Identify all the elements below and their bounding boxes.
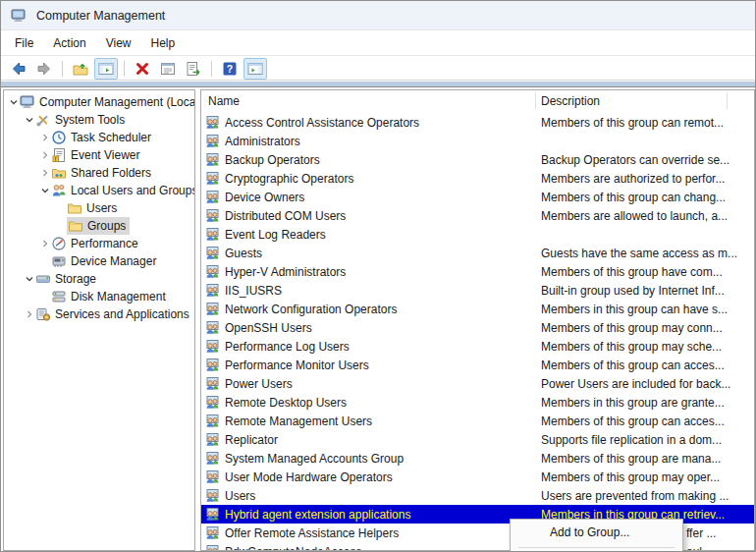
column-divider[interactable]: [535, 92, 536, 109]
computer-icon: [11, 8, 28, 24]
system-tools-icon: [35, 112, 51, 128]
column-divider[interactable]: [727, 92, 728, 109]
group-name: Power Users: [225, 377, 293, 391]
tree-item-label: Computer Management (Local: [39, 95, 195, 109]
tree-item-computer-management-local[interactable]: Computer Management (Local: [4, 93, 194, 111]
group-name: Remote Desktop Users: [225, 396, 347, 410]
list-item-performance-log-users[interactable]: Performance Log UsersMembers of this gro…: [201, 337, 754, 356]
menu-action[interactable]: Action: [43, 32, 95, 54]
group-name: Backup Operators: [225, 153, 320, 167]
list-item-network-configuration-operators[interactable]: Network Configuration OperatorsMembers i…: [201, 300, 754, 318]
up-folder-button[interactable]: [69, 58, 92, 80]
delete-button[interactable]: [131, 58, 154, 80]
menu-help[interactable]: Help: [141, 32, 186, 54]
tree-item-label: Services and Applications: [55, 307, 189, 321]
context-menu: Add to Group...: [510, 519, 683, 552]
tree-item-services-and-applications[interactable]: Services and Applications: [4, 305, 194, 323]
group-icon: [204, 264, 220, 280]
context-menu-item-add-to-group[interactable]: Add to Group...: [511, 520, 682, 545]
chevron-expanded-icon[interactable]: [24, 274, 35, 284]
tree-item-task-scheduler[interactable]: Task Scheduler: [4, 129, 194, 146]
group-description: Members are allowed to launch, a...: [541, 209, 728, 223]
show-console-tree-icon: [97, 60, 115, 78]
tree-item-system-tools[interactable]: System Tools: [4, 111, 194, 129]
group-icon: [204, 134, 220, 149]
toolbar: ?: [1, 57, 755, 81]
performance-icon: [51, 236, 67, 251]
computer-icon: [20, 94, 35, 110]
group-description: Members of this group may conn...: [541, 321, 723, 335]
list-item-administrators[interactable]: Administrators: [201, 132, 754, 150]
group-icon: [204, 469, 220, 485]
list-item-remote-desktop-users[interactable]: Remote Desktop UsersMembers in this grou…: [201, 393, 754, 412]
forward-button[interactable]: [32, 58, 56, 80]
group-name: Replicator: [225, 433, 278, 447]
folder-icon: [67, 200, 82, 216]
tree-item-disk-management[interactable]: Disk Management: [4, 288, 194, 305]
list-item-replicator[interactable]: ReplicatorSupports file replication in a…: [201, 430, 754, 449]
export-list-icon: [185, 60, 202, 78]
tree-item-local-users-and-groups[interactable]: Local Users and Groups: [4, 182, 194, 199]
group-name: Distributed COM Users: [225, 209, 346, 223]
list-item-backup-operators[interactable]: Backup OperatorsBackup Operators can ove…: [201, 150, 754, 169]
tree-item-groups[interactable]: Groups: [4, 217, 194, 235]
toolbar-separator: [62, 61, 63, 77]
list-item-cryptographic-operators[interactable]: Cryptographic OperatorsMembers are autho…: [201, 169, 754, 188]
group-name: PdwComputeNodeAccess: [225, 545, 361, 551]
chevron-expanded-icon[interactable]: [8, 97, 20, 107]
tree-item-users[interactable]: Users: [4, 199, 194, 217]
groups-list-panel: Name Description Access Control Assistan…: [200, 89, 755, 551]
group-icon: [204, 451, 220, 467]
list-item-openssh-users[interactable]: OpenSSH UsersMembers of this group may c…: [201, 318, 754, 337]
list-item-device-owners[interactable]: Device OwnersMembers of this group can c…: [201, 188, 754, 206]
export-list-button[interactable]: [182, 58, 205, 80]
show-action-pane-button[interactable]: [243, 58, 267, 80]
list-item-event-log-readers[interactable]: Event Log Readers: [201, 225, 754, 244]
tree-item-storage[interactable]: Storage: [4, 270, 194, 288]
group-name: OpenSSH Users: [225, 321, 312, 335]
list-item-system-managed-accounts-group[interactable]: System Managed Accounts GroupMembers of …: [201, 449, 754, 468]
list-item-access-control-assistance-operators[interactable]: Access Control Assistance OperatorsMembe…: [201, 113, 754, 132]
list-item-hyper-v-administrators[interactable]: Hyper-V AdministratorsMembers of this gr…: [201, 262, 754, 281]
list-item-distributed-com-users[interactable]: Distributed COM UsersMembers are allowed…: [201, 206, 754, 225]
back-button[interactable]: [7, 58, 30, 80]
list-item-users[interactable]: UsersUsers are prevented from making ...: [201, 486, 754, 505]
tree-item-shared-folders[interactable]: Shared Folders: [4, 164, 194, 182]
chevron-collapsed-icon[interactable]: [39, 133, 51, 142]
group-description: Members of this group may sche...: [541, 340, 722, 354]
list-item-performance-monitor-users[interactable]: Performance Monitor UsersMembers of this…: [201, 356, 754, 374]
list-item-power-users[interactable]: Power UsersPower Users are included for …: [201, 374, 754, 393]
console-tree-panel: Computer Management (LocalSystem ToolsTa…: [3, 89, 195, 551]
menu-file[interactable]: File: [5, 32, 43, 54]
up-folder-icon: [72, 60, 89, 78]
toolbar-separator-band: [1, 82, 755, 87]
chevron-collapsed-icon[interactable]: [24, 309, 35, 319]
list-item-guests[interactable]: GuestsGuests have the same access as m..…: [201, 244, 754, 262]
help-button[interactable]: ?: [218, 58, 242, 80]
column-header-description[interactable]: Description: [535, 94, 754, 108]
tree-item-performance[interactable]: Performance: [4, 235, 194, 252]
chevron-collapsed-icon[interactable]: [39, 239, 51, 248]
menu-view[interactable]: View: [96, 32, 141, 54]
title-bar[interactable]: Computer Management: [1, 1, 755, 30]
tree-item-device-manager[interactable]: Device Manager: [4, 252, 194, 270]
tree-item-label: System Tools: [55, 113, 125, 127]
list-item-user-mode-hardware-operators[interactable]: User Mode Hardware OperatorsMembers of t…: [201, 468, 754, 486]
chevron-expanded-icon[interactable]: [24, 115, 35, 125]
chevron-collapsed-icon[interactable]: [39, 150, 51, 160]
forward-icon: [35, 60, 53, 78]
group-icon: [204, 432, 220, 448]
tree-item-label: Shared Folders: [71, 166, 151, 180]
chevron-expanded-icon[interactable]: [39, 186, 51, 195]
group-description: Members are authorized to perfor...: [541, 172, 725, 186]
tree-item-event-viewer[interactable]: Event Viewer: [4, 146, 194, 164]
list-item-remote-management-users[interactable]: Remote Management UsersMembers of this g…: [201, 412, 754, 430]
group-icon: [204, 152, 220, 168]
column-header-name[interactable]: Name: [201, 94, 535, 108]
show-console-tree-button[interactable]: [94, 58, 118, 80]
chevron-collapsed-icon[interactable]: [39, 168, 51, 178]
properties-button[interactable]: [156, 58, 180, 80]
computer-management-window: { "window": { "title": "Computer Managem…: [0, 0, 756, 552]
list-item-iis-iusrs[interactable]: IIS_IUSRSBuilt-in group used by Internet…: [201, 281, 754, 300]
group-name: Users: [225, 489, 255, 503]
